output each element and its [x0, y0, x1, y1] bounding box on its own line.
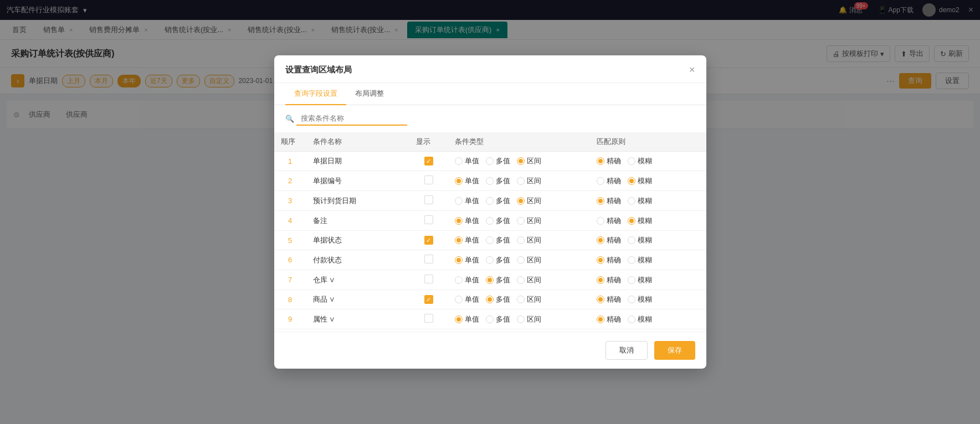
match-exact-radio-btn[interactable] — [597, 276, 604, 284]
type-multi-radio-btn[interactable] — [486, 217, 494, 225]
match-fuzzy-radio[interactable]: 模糊 — [628, 314, 652, 324]
match-fuzzy-radio[interactable]: 模糊 — [628, 235, 652, 245]
match-fuzzy-radio[interactable]: 模糊 — [628, 275, 652, 285]
type-multi-radio-btn[interactable] — [486, 296, 494, 303]
match-fuzzy-radio[interactable]: 模糊 — [628, 216, 652, 226]
match-exact-radio[interactable]: 精确 — [597, 314, 621, 324]
type-single-radio[interactable]: 单值 — [455, 216, 479, 226]
type-range-radio-btn[interactable] — [517, 197, 525, 205]
type-multi-radio-btn[interactable] — [486, 316, 494, 323]
type-multi-radio-btn[interactable] — [486, 256, 494, 264]
match-fuzzy-radio[interactable]: 模糊 — [628, 156, 652, 166]
type-multi-radio[interactable]: 多值 — [486, 216, 510, 226]
match-exact-radio-btn[interactable] — [597, 256, 604, 264]
match-exact-radio[interactable]: 精确 — [597, 156, 621, 166]
type-single-radio[interactable]: 单值 — [455, 294, 479, 304]
display-checkbox[interactable] — [424, 255, 433, 263]
match-fuzzy-radio[interactable]: 模糊 — [628, 176, 652, 186]
type-range-radio-btn[interactable] — [517, 316, 525, 323]
match-fuzzy-radio-btn[interactable] — [628, 316, 635, 323]
type-single-radio[interactable]: 单值 — [455, 176, 479, 186]
type-range-radio[interactable]: 区间 — [517, 275, 541, 285]
type-single-radio[interactable]: 单值 — [455, 255, 479, 265]
type-multi-radio-btn[interactable] — [486, 177, 494, 185]
type-range-radio-btn[interactable] — [517, 296, 525, 303]
dialog-close-btn[interactable]: × — [689, 64, 695, 76]
type-multi-radio[interactable]: 多值 — [486, 275, 510, 285]
type-range-radio[interactable]: 区间 — [517, 255, 541, 265]
match-exact-radio[interactable]: 精确 — [597, 275, 621, 285]
display-checkbox[interactable] — [424, 195, 433, 204]
match-fuzzy-radio-btn[interactable] — [628, 197, 635, 205]
type-single-radio[interactable]: 单值 — [455, 156, 479, 166]
type-multi-radio-btn[interactable] — [486, 276, 494, 284]
match-fuzzy-radio-btn[interactable] — [628, 256, 635, 264]
type-multi-radio-btn[interactable] — [486, 236, 494, 244]
type-single-radio[interactable]: 单值 — [455, 235, 479, 245]
type-multi-radio[interactable]: 多值 — [486, 235, 510, 245]
match-exact-radio-btn[interactable] — [597, 157, 604, 165]
match-fuzzy-radio-btn[interactable] — [628, 177, 635, 185]
type-single-radio-btn[interactable] — [455, 177, 463, 185]
match-fuzzy-radio[interactable]: 模糊 — [628, 255, 652, 265]
type-range-radio-btn[interactable] — [517, 157, 525, 165]
save-btn[interactable]: 保存 — [654, 341, 695, 360]
match-fuzzy-radio-btn[interactable] — [628, 296, 635, 303]
type-single-radio[interactable]: 单值 — [455, 196, 479, 206]
type-range-radio[interactable]: 区间 — [517, 176, 541, 186]
type-single-radio-btn[interactable] — [455, 316, 463, 323]
type-range-radio-btn[interactable] — [517, 256, 525, 264]
type-range-radio[interactable]: 区间 — [517, 235, 541, 245]
match-fuzzy-radio-btn[interactable] — [628, 217, 635, 225]
dialog-search-input[interactable] — [296, 112, 407, 126]
match-fuzzy-radio[interactable]: 模糊 — [628, 294, 652, 304]
match-exact-radio[interactable]: 精确 — [597, 216, 621, 226]
type-range-radio-btn[interactable] — [517, 276, 525, 284]
type-range-radio[interactable]: 区间 — [517, 156, 541, 166]
type-range-radio[interactable]: 区间 — [517, 314, 541, 324]
type-single-radio[interactable]: 单值 — [455, 314, 479, 324]
match-fuzzy-radio-btn[interactable] — [628, 157, 635, 165]
display-checkbox[interactable] — [424, 215, 433, 224]
dialog-tab-query-fields[interactable]: 查询字段设置 — [285, 83, 346, 105]
type-range-radio-btn[interactable] — [517, 236, 525, 244]
type-single-radio-btn[interactable] — [455, 276, 463, 284]
display-checkbox[interactable] — [424, 236, 433, 245]
match-fuzzy-radio-btn[interactable] — [628, 276, 635, 284]
match-exact-radio-btn[interactable] — [597, 236, 604, 244]
type-range-radio[interactable]: 区间 — [517, 294, 541, 304]
type-multi-radio[interactable]: 多值 — [486, 294, 510, 304]
match-exact-radio-btn[interactable] — [597, 177, 604, 185]
type-multi-radio[interactable]: 多值 — [486, 314, 510, 324]
type-range-radio-btn[interactable] — [517, 177, 525, 185]
cancel-btn[interactable]: 取消 — [606, 341, 648, 360]
type-single-radio-btn[interactable] — [455, 236, 463, 244]
type-multi-radio[interactable]: 多值 — [486, 156, 510, 166]
type-multi-radio[interactable]: 多值 — [486, 196, 510, 206]
dialog-tab-layout[interactable]: 布局调整 — [346, 83, 393, 105]
type-multi-radio-btn[interactable] — [486, 197, 494, 205]
match-exact-radio[interactable]: 精确 — [597, 294, 621, 304]
match-fuzzy-radio-btn[interactable] — [628, 236, 635, 244]
type-multi-radio[interactable]: 多值 — [486, 176, 510, 186]
type-range-radio-btn[interactable] — [517, 217, 525, 225]
match-exact-radio-btn[interactable] — [597, 197, 604, 205]
match-exact-radio-btn[interactable] — [597, 316, 604, 323]
type-range-radio[interactable]: 区间 — [517, 196, 541, 206]
match-exact-radio[interactable]: 精确 — [597, 255, 621, 265]
type-single-radio-btn[interactable] — [455, 256, 463, 264]
type-single-radio-btn[interactable] — [455, 296, 463, 303]
match-exact-radio[interactable]: 精确 — [597, 235, 621, 245]
display-checkbox[interactable] — [424, 175, 433, 184]
type-multi-radio-btn[interactable] — [486, 157, 494, 165]
match-exact-radio-btn[interactable] — [597, 296, 604, 303]
type-multi-radio[interactable]: 多值 — [486, 255, 510, 265]
display-checkbox[interactable] — [424, 314, 433, 323]
display-checkbox[interactable] — [424, 275, 433, 283]
type-single-radio-btn[interactable] — [455, 157, 463, 165]
match-fuzzy-radio[interactable]: 模糊 — [628, 196, 652, 206]
match-exact-radio[interactable]: 精确 — [597, 196, 621, 206]
match-exact-radio-btn[interactable] — [597, 217, 604, 225]
type-single-radio[interactable]: 单值 — [455, 275, 479, 285]
type-single-radio-btn[interactable] — [455, 217, 463, 225]
